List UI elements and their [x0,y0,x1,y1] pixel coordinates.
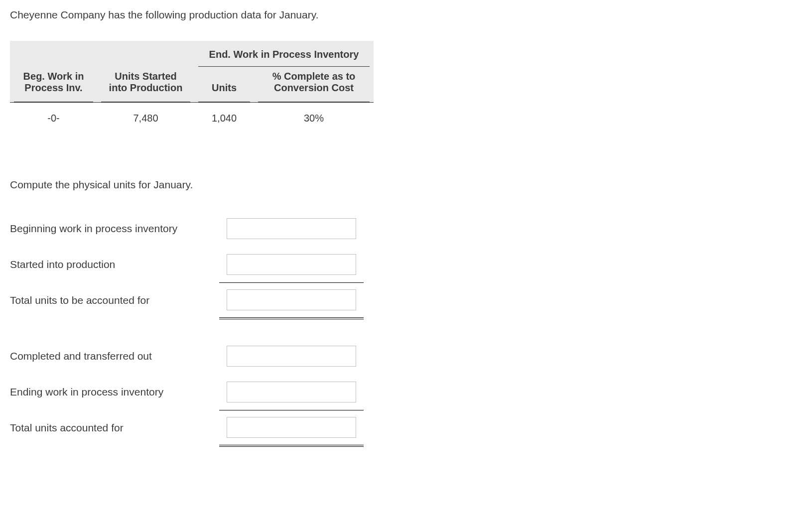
input-total-accounted[interactable] [227,417,356,438]
label-total-accounted: Total units accounted for [10,410,219,446]
form-row-completed: Completed and transferred out [10,338,364,374]
label-total-to-account: Total units to be accounted for [10,282,219,318]
cell-end-units: 1,040 [194,103,254,139]
header-units: Units [194,67,254,102]
form-row-started: Started into production [10,247,364,282]
form-row-ending-wip: Ending work in process inventory [10,374,364,410]
form-row-total-to-account: Total units to be accounted for [10,282,364,318]
header-pct-complete: % Complete as to Conversion Cost [254,67,374,102]
form-row-total-accounted: Total units accounted for [10,410,364,446]
group-header-end-wip: End. Work in Process Inventory [194,41,374,66]
cell-units-started: 7,480 [97,103,194,139]
input-started[interactable] [227,254,356,275]
production-data-table: End. Work in Process Inventory Beg. Work… [10,41,374,139]
cell-pct-complete: 30% [254,103,374,139]
header-beg-wip: Beg. Work in Process Inv. [10,67,97,102]
input-ending-wip[interactable] [227,382,356,402]
label-started: Started into production [10,247,219,282]
physical-units-form: Beginning work in process inventory Star… [10,211,364,447]
input-completed[interactable] [227,346,356,367]
intro-text: Cheyenne Company has the following produ… [10,9,785,21]
input-total-to-account[interactable] [227,289,356,310]
input-beginning-wip[interactable] [227,218,356,239]
label-completed: Completed and transferred out [10,338,219,374]
instruction-text: Compute the physical units for January. [10,179,785,191]
label-ending-wip: Ending work in process inventory [10,374,219,410]
cell-beg-wip: -0- [10,103,97,139]
label-beginning-wip: Beginning work in process inventory [10,211,219,247]
table-row: -0- 7,480 1,040 30% [10,103,374,139]
form-row-beginning-wip: Beginning work in process inventory [10,211,364,247]
header-units-started: Units Started into Production [97,67,194,102]
